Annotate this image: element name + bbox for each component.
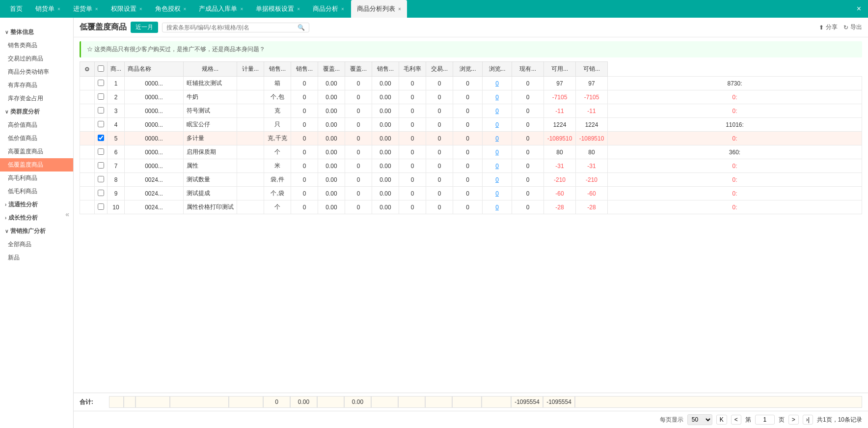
nav-tab-sales[interactable]: 销货单 × [29,0,66,18]
search-input[interactable] [166,24,296,31]
col-header-check[interactable] [95,62,108,77]
sidebar-item-low-coverage[interactable]: 低覆盖度商品 [0,158,73,171]
nav-tab-product-analysis[interactable]: 商品分析 × [307,0,350,18]
col-header-stock2[interactable]: 可用... [544,62,576,77]
close-icon[interactable]: × [398,6,401,12]
row-checkbox[interactable] [98,107,104,114]
sidebar-item-traded-products[interactable]: 交易过的商品 [0,52,73,65]
col-header-spec[interactable]: 规格... [184,62,237,77]
cell-browse1[interactable]: 0 [483,77,512,90]
cell-browse1[interactable]: 0 [483,145,512,159]
cell-browse1[interactable]: 0 [483,90,512,104]
nav-tab-role[interactable]: 角色授权 × [149,0,192,18]
col-header-sales-amt[interactable]: 销售... [291,62,318,77]
close-icon[interactable]: × [184,6,187,12]
sidebar-item-low-value[interactable]: 低价值商品 [0,132,73,145]
cell-check[interactable] [95,77,108,90]
row-checkbox[interactable] [98,80,104,86]
sidebar-collapse-button[interactable]: « [65,210,69,218]
sidebar-section-cluster[interactable]: ∨ 类群度分析 [0,105,73,118]
col-header-cover2[interactable]: 覆盖... [345,62,372,77]
sidebar-item-category-rate[interactable]: 商品分类动销率 [0,65,73,79]
sidebar-item-new-products[interactable]: 新品 [0,251,73,264]
next-page-button[interactable]: > [788,415,799,425]
cell-stock2: -60 [576,187,608,200]
close-icon[interactable]: × [95,6,98,12]
cell-check[interactable] [95,200,108,214]
sidebar-section-marketing[interactable]: ∨ 营销推广分析 [0,225,73,238]
col-header-sales3[interactable]: 销售... [372,62,399,77]
row-checkbox[interactable] [98,190,104,196]
export-button[interactable]: ↻ 导出 [843,23,862,31]
time-filter-button[interactable]: 近一月 [131,22,158,33]
cell-check[interactable] [95,173,108,187]
first-page-button[interactable]: K [716,415,727,425]
close-icon[interactable]: × [139,6,142,12]
sidebar-section-circulation[interactable]: › 流通性分析 [0,198,73,211]
col-header-saleable[interactable]: 可销... [576,62,608,77]
sidebar-item-all-products[interactable]: 全部商品 [0,238,73,251]
close-icon[interactable]: × [341,6,344,12]
cell-saleable: 0: [608,104,862,118]
sidebar-item-low-margin[interactable]: 低毛利商品 [0,185,73,198]
col-header-gross[interactable]: 毛利率 [399,62,426,77]
col-header-stock1[interactable]: 现有... [512,62,544,77]
cell-check[interactable] [95,159,108,173]
select-all-checkbox[interactable] [98,65,104,72]
close-icon[interactable]: × [297,6,300,12]
nav-tab-home[interactable]: 首页 [4,0,28,18]
nav-tab-template[interactable]: 单据模板设置 × [250,0,306,18]
row-checkbox[interactable] [98,135,104,141]
col-header-sales-qty[interactable]: 销售... [264,62,291,77]
close-icon[interactable]: × [57,6,60,12]
page-size-select[interactable]: 50 100 [687,414,712,425]
sidebar-item-high-value[interactable]: 高价值商品 [0,118,73,132]
sidebar-item-in-stock[interactable]: 有库存商品 [0,79,73,92]
cell-check[interactable] [95,187,108,200]
nav-tab-product-analysis-list[interactable]: 商品分析列表 × [351,0,407,18]
col-header-cover1[interactable]: 覆盖... [318,62,345,77]
col-header-name[interactable]: 商品名称 [125,62,184,77]
sidebar-item-high-margin[interactable]: 高毛利商品 [0,171,73,185]
cell-check[interactable] [95,104,108,118]
row-checkbox[interactable] [98,148,104,155]
search-icon[interactable]: 🔍 [298,24,305,31]
cell-browse1[interactable]: 0 [483,173,512,187]
cell-browse1[interactable]: 0 [483,200,512,214]
cell-check[interactable] [95,118,108,132]
sidebar-item-stock-capital[interactable]: 库存资金占用 [0,92,73,105]
table-container[interactable]: ⚙ 商... 商品名称 规格... 计量... 销售... 销售... 覆盖..… [74,61,868,393]
row-checkbox[interactable] [98,176,104,182]
col-header-unit[interactable]: 计量... [237,62,264,77]
nav-tab-permission[interactable]: 权限设置 × [105,0,148,18]
cell-browse1[interactable]: 0 [483,132,512,145]
cell-browse1[interactable]: 0 [483,159,512,173]
page-input[interactable] [755,415,775,425]
share-button[interactable]: ⬆ 分享 [819,23,838,31]
col-header-browse2[interactable]: 浏览... [483,62,512,77]
sidebar-section-overall[interactable]: ∨ 整体信息 [0,26,73,39]
cell-browse1[interactable]: 0 [483,104,512,118]
sidebar-item-high-coverage[interactable]: 高覆盖度商品 [0,145,73,158]
last-page-button[interactable]: ›| [803,415,813,425]
col-header-browse1[interactable]: 浏览... [453,62,483,77]
nav-tab-purchase[interactable]: 进货单 × [67,0,104,18]
sidebar-item-sales-products[interactable]: 销售类商品 [0,39,73,52]
nav-close-all-button[interactable]: × [854,3,864,14]
sidebar-section-growth[interactable]: › 成长性分析 [0,211,73,225]
row-checkbox[interactable] [98,203,104,210]
row-checkbox[interactable] [98,121,104,127]
row-checkbox[interactable] [98,93,104,100]
col-header-trans[interactable]: 交易... [426,62,453,77]
cell-browse1[interactable]: 0 [483,187,512,200]
row-checkbox[interactable] [98,162,104,169]
cell-check[interactable] [95,145,108,159]
nav-tab-finished[interactable]: 产成品入库单 × [193,0,249,18]
col-header-num[interactable]: 商... [108,62,125,77]
cell-browse1[interactable]: 0 [483,118,512,132]
close-icon[interactable]: × [240,6,243,12]
cell-check[interactable] [95,90,108,104]
cell-check[interactable] [95,132,108,145]
col-header-settings[interactable]: ⚙ [80,62,95,77]
prev-page-button[interactable]: < [731,415,741,425]
